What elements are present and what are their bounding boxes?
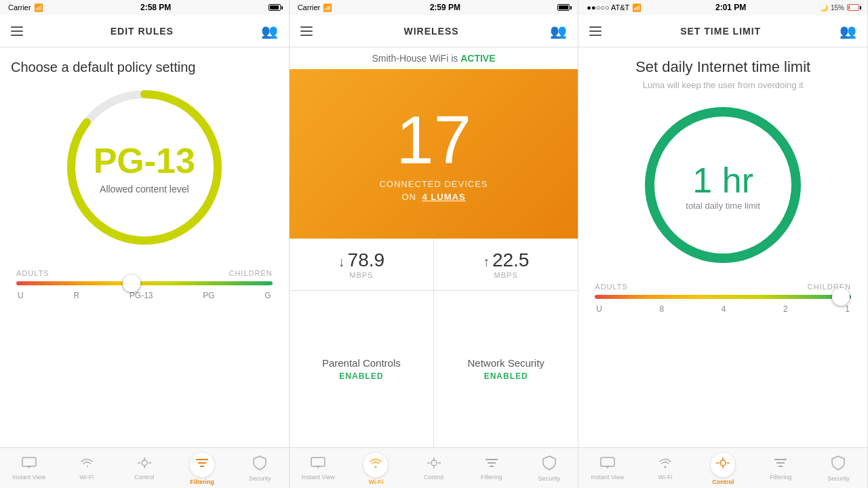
tab-label-security-3: Security — [827, 475, 850, 482]
tab-wifi-3[interactable]: Wi-Fi — [636, 448, 694, 488]
upload-unit: MBPS — [494, 271, 518, 279]
on-lumas-row: ON 4 LUMAS — [401, 192, 465, 202]
tab-label-security-2: Security — [538, 475, 561, 482]
tab-instant-view-3[interactable]: Instant View — [578, 448, 636, 488]
tab-security-2[interactable]: Security — [520, 448, 578, 488]
svg-point-5 — [142, 460, 147, 466]
battery-2 — [557, 4, 570, 11]
svg-point-16 — [375, 466, 377, 468]
filtering-tab-icon-1 — [195, 457, 210, 472]
ring-subtitle: Allowed content level — [94, 184, 195, 195]
tab-label-instant-view-3: Instant View — [591, 474, 624, 481]
download-row: ↓ 78.9 — [338, 249, 385, 271]
moon-icon: 🌙 — [820, 4, 828, 12]
users-icon-1[interactable]: 👥 — [261, 23, 278, 39]
wifi-icon-1: 📶 — [34, 3, 43, 12]
instant-view-icon-1 — [22, 457, 37, 472]
slider-top-labels: ADULTS CHILDREN — [16, 269, 273, 277]
control-tab-icon-3 — [715, 457, 730, 472]
tab-label-filtering-2: Filtering — [481, 474, 502, 481]
tab-active-bg-ctrl-3 — [711, 453, 735, 477]
controls-row: Parental Controls ENABLED Network Securi… — [290, 291, 578, 447]
tab-label-filtering-1: Filtering — [190, 479, 214, 485]
time-3: 2:01 PM — [715, 3, 746, 12]
slider-track-2[interactable] — [595, 295, 851, 299]
tab-filtering-3[interactable]: Filtering — [752, 448, 810, 488]
panel-1-body: Choose a default policy setting PG-13 Al… — [0, 47, 289, 447]
control-tab-icon-1 — [137, 457, 152, 472]
slider-track-1[interactable] — [16, 281, 273, 285]
tab-label-wifi-2: Wi-Fi — [368, 479, 383, 485]
lumas-link[interactable]: 4 LUMAS — [422, 192, 466, 202]
nav-title-1: EDIT RULES — [111, 26, 174, 37]
rating-ring[interactable]: PG-13 Allowed content level — [63, 86, 226, 249]
time-2: 2:59 PM — [430, 3, 460, 12]
tab-label-instant-view-2: Instant View — [302, 474, 335, 481]
tab-wifi-2[interactable]: Wi-Fi — [347, 448, 405, 488]
navbar-3: SET TIME LIMIT 👥 — [578, 15, 867, 47]
parental-controls[interactable]: Parental Controls ENABLED — [290, 291, 433, 447]
tab-bar-2: Instant View Wi-Fi Control Filtering — [290, 447, 578, 488]
policy-heading: Choose a default policy setting — [11, 60, 278, 75]
time-slider: ADULTS CHILDREN U 8 4 2 1 — [589, 283, 856, 314]
tab-label-wifi-3: Wi-Fi — [658, 474, 673, 481]
upload-row: ↑ 22.5 — [483, 249, 530, 271]
navbar-2: WIRELESS 👥 — [290, 15, 578, 47]
menu-button-3[interactable] — [589, 26, 601, 36]
menu-button-1[interactable] — [11, 26, 23, 36]
filtering-tab-icon-3 — [773, 457, 788, 472]
tab-label-filtering-3: Filtering — [770, 474, 791, 481]
wifi-tab-icon-2 — [368, 457, 383, 472]
panel-time-limit: ●●○○○ AT&T 📶 2:01 PM 🌙 15% SET TIME LIMI… — [578, 0, 868, 488]
time-value: 1 hr — [686, 160, 760, 201]
download-speed: ↓ 78.9 MBPS — [290, 239, 433, 290]
ring-content-1: PG-13 Allowed content level — [94, 140, 195, 195]
network-status: ENABLED — [484, 371, 528, 381]
tab-wifi-1[interactable]: Wi-Fi — [58, 448, 115, 488]
wifi-tab-icon-1 — [79, 457, 94, 472]
speed-card: 17 CONNECTED DEVICES ON 4 LUMAS — [290, 69, 578, 239]
content-slider: ADULTS CHILDREN U R PG-13 PG G — [11, 269, 278, 300]
navbar-1: EDIT RULES 👥 — [0, 15, 289, 47]
battery-1 — [269, 4, 281, 11]
tab-bar-3: Instant View Wi-Fi Control Filtering — [578, 447, 867, 488]
wifi-status: Smith-House WiFi is ACTIVE — [290, 47, 578, 69]
control-tab-icon-2 — [427, 457, 441, 472]
svg-point-17 — [431, 460, 437, 466]
slider-thumb-2[interactable] — [832, 288, 850, 306]
slider-ticks-2: U 8 4 2 1 — [595, 304, 851, 314]
network-security[interactable]: Network Security ENABLED — [433, 291, 578, 447]
tab-security-1[interactable]: Security — [231, 448, 289, 488]
security-tab-icon-1 — [253, 455, 267, 474]
time-slider-top-labels: ADULTS CHILDREN — [595, 283, 851, 291]
tab-filtering-1[interactable]: Filtering — [173, 448, 231, 488]
svg-point-31 — [720, 460, 726, 466]
tab-control-3[interactable]: Control — [694, 448, 752, 488]
slider-thumb-1[interactable] — [123, 274, 140, 292]
tab-control-2[interactable]: Control — [405, 448, 462, 488]
battery-3 — [847, 4, 859, 11]
time-label: total daily time limit — [686, 201, 760, 211]
tab-instant-view-1[interactable]: Instant View — [0, 448, 58, 488]
svg-point-30 — [665, 466, 667, 468]
users-icon-3[interactable]: 👥 — [840, 23, 856, 39]
menu-button-2[interactable] — [300, 26, 313, 36]
status-bar-1: Carrier 📶 2:58 PM — [0, 0, 289, 15]
tab-control-1[interactable]: Control — [115, 448, 173, 488]
nav-title-3: SET TIME LIMIT — [680, 26, 761, 37]
time-ring[interactable]: 1 hr total daily time limit — [642, 104, 804, 266]
wifi-icon-2: 📶 — [323, 3, 332, 12]
speed-row: ↓ 78.9 MBPS ↑ 22.5 MBPS — [290, 239, 578, 291]
users-icon-2[interactable]: 👥 — [550, 23, 567, 39]
security-tab-icon-2 — [542, 455, 556, 474]
tab-security-3[interactable]: Security — [810, 448, 867, 488]
wifi-tab-icon-3 — [658, 457, 673, 472]
nav-title-2: WIRELESS — [403, 26, 458, 37]
time-limit-title: Set daily Internet time limit — [635, 58, 810, 76]
tab-filtering-2[interactable]: Filtering — [462, 448, 520, 488]
on-label: ON — [401, 192, 416, 202]
slider-adults-label: ADULTS — [16, 269, 50, 277]
tab-label-instant-view-1: Instant View — [12, 474, 45, 481]
tab-label-security-1: Security — [249, 475, 271, 482]
tab-instant-view-2[interactable]: Instant View — [290, 448, 347, 488]
